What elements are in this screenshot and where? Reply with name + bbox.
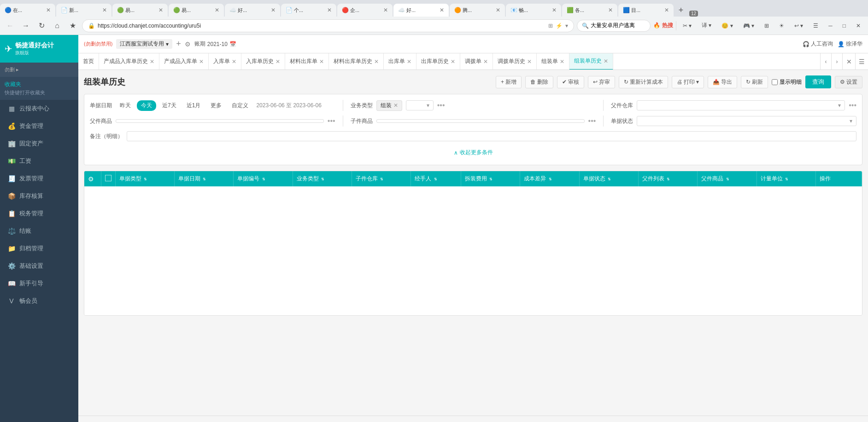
browser-tab-11[interactable]: 🟩 各... ✕ xyxy=(562,4,617,17)
sort-date-icon[interactable]: ⇅ xyxy=(203,177,206,181)
page-tab-produce-in-history[interactable]: 产成品入库单历史 ✕ xyxy=(99,53,159,70)
home-button[interactable]: ⌂ xyxy=(51,19,64,32)
company-selector[interactable]: 江西服宝测试专用 ▾ xyxy=(116,39,172,49)
browser-tab-3[interactable]: 🟢 易... ✕ xyxy=(112,4,168,17)
sort-order-status-icon[interactable]: ⇅ xyxy=(608,177,611,181)
sidebar-item-asset[interactable]: 🏢 固定资产 xyxy=(0,135,78,152)
browser-tab-8[interactable]: ☁️ 好... ✕ xyxy=(393,4,449,17)
tab-close-6[interactable]: ✕ xyxy=(327,7,332,13)
sidebar-item-settle[interactable]: ⚖️ 结账 xyxy=(0,222,78,240)
note-input[interactable] xyxy=(127,131,856,141)
date-btn-more[interactable]: 更多 xyxy=(206,100,226,111)
forward-button[interactable]: → xyxy=(19,19,32,32)
tab-scroll-right[interactable]: › xyxy=(831,53,842,70)
cut-button[interactable]: ✂ ▾ xyxy=(679,22,695,30)
page-tab-kit-order[interactable]: 组装单 ✕ xyxy=(537,53,569,70)
th-type[interactable]: 单据类型 ⇅ xyxy=(115,171,174,186)
tab-scroll-left[interactable]: ‹ xyxy=(820,53,831,70)
parent-warehouse-select[interactable]: ▾ xyxy=(637,100,845,110)
browser-tab-4[interactable]: 🟢 易... ✕ xyxy=(169,4,224,17)
th-cost-diff[interactable]: 成本差异 ⇅ xyxy=(520,171,579,186)
sort-number-icon[interactable]: ⇅ xyxy=(262,177,265,181)
order-status-select[interactable]: ▾ xyxy=(637,116,856,126)
refresh-button[interactable]: ↻ 刷新 xyxy=(741,76,768,88)
sort-parent-goods-icon[interactable]: ⇅ xyxy=(726,177,729,181)
tab-close-12[interactable]: ✕ xyxy=(664,7,669,13)
add-company-button[interactable]: + xyxy=(176,39,181,49)
tab-close-10[interactable]: ✕ xyxy=(552,7,557,13)
back-button[interactable]: ← xyxy=(4,19,17,32)
sidebar-item-salary[interactable]: 💵 工资 xyxy=(0,152,78,170)
service-button[interactable]: 🎧 人工咨询 xyxy=(803,40,833,48)
add-button[interactable]: + 新增 xyxy=(496,76,522,88)
tab-close-5[interactable]: ✕ xyxy=(271,7,276,13)
browser-tab-1[interactable]: 🔵 在... ✕ xyxy=(0,4,55,17)
page-tab-assemble[interactable]: 调拨单 ✕ xyxy=(460,53,493,70)
page-tab-produce-in-close[interactable]: ✕ xyxy=(199,58,204,65)
parent-warehouse-more-icon[interactable]: ••• xyxy=(849,101,856,110)
period-selector[interactable]: 账期 2021-10 📅 xyxy=(194,40,236,48)
th-order-status[interactable]: 单据状态 ⇅ xyxy=(579,171,638,186)
date-btn-1month[interactable]: 近1月 xyxy=(182,100,205,111)
page-tab-out-order-close[interactable]: ✕ xyxy=(407,58,411,65)
page-tab-assemble-close[interactable]: ✕ xyxy=(483,58,488,65)
browser-tab-9[interactable]: 🟠 腾... ✕ xyxy=(450,4,505,17)
tab-close-2[interactable]: ✕ xyxy=(102,7,107,13)
new-tab-button[interactable]: + xyxy=(674,4,687,17)
date-btn-yesterday[interactable]: 昨天 xyxy=(116,100,135,111)
sidebar-item-tax[interactable]: 📋 税务管理 xyxy=(0,205,78,222)
parent-goods-more-icon[interactable]: ••• xyxy=(328,117,335,125)
page-tab-in-order-close[interactable]: ✕ xyxy=(232,58,236,65)
th-settings[interactable]: ⚙ xyxy=(84,171,101,186)
biz-type-more-icon[interactable]: ••• xyxy=(437,101,445,110)
date-btn-7days[interactable]: 近7天 xyxy=(158,100,181,111)
tab-close-7[interactable]: ✕ xyxy=(383,7,388,13)
th-number[interactable]: 单据编号 ⇅ xyxy=(234,171,293,186)
page-tab-material-out-history-close[interactable]: ✕ xyxy=(374,58,379,65)
tab-close-8[interactable]: ✕ xyxy=(440,7,444,13)
tab-close-4[interactable]: ✕ xyxy=(215,7,219,13)
sidebar-item-archive[interactable]: 📁 归档管理 xyxy=(0,240,78,257)
th-unit[interactable]: 计量单位 ⇅ xyxy=(757,171,815,186)
sidebar-item-fund[interactable]: 💰 资金管理 xyxy=(0,117,78,135)
page-tab-produce-in[interactable]: 产成品入库单 ✕ xyxy=(159,53,209,70)
page-tab-kit-history[interactable]: 组装单历史 ✕ xyxy=(569,53,613,70)
sidebar-item-inventory[interactable]: 📦 库存核算 xyxy=(0,187,78,205)
page-tab-material-out-close[interactable]: ✕ xyxy=(319,58,324,65)
date-btn-today[interactable]: 今天 xyxy=(137,100,156,111)
game-button[interactable]: 🎮 ▾ xyxy=(739,22,758,30)
sort-parent-list-icon[interactable]: ⇅ xyxy=(667,177,670,181)
close-button[interactable]: ✕ xyxy=(852,22,864,30)
page-tab-material-out[interactable]: 材料出库单 ✕ xyxy=(285,53,329,70)
browser-tab-7[interactable]: 🔴 企... ✕ xyxy=(337,4,393,17)
sidebar-item-settings[interactable]: ⚙️ 基础设置 xyxy=(0,257,78,275)
abandon-button[interactable]: ↩ 弃审 xyxy=(588,76,615,88)
bookmark-button[interactable]: ★ xyxy=(66,19,79,32)
date-btn-custom[interactable]: 自定义 xyxy=(228,100,252,111)
child-goods-more-icon[interactable]: ••• xyxy=(588,117,596,125)
child-goods-select[interactable] xyxy=(376,119,585,123)
user-info[interactable]: 👤 徐泽华 xyxy=(838,40,862,48)
page-tab-kit-order-close[interactable]: ✕ xyxy=(560,58,564,65)
sort-disassemble-cost-icon[interactable]: ⇅ xyxy=(489,177,493,181)
recalculate-button[interactable]: ↻ 重新计算成本 xyxy=(619,76,668,88)
minimize-button[interactable]: ─ xyxy=(825,22,836,30)
th-handler[interactable]: 经手人 ⇅ xyxy=(411,171,461,186)
sort-cost-diff-icon[interactable]: ⇅ xyxy=(549,177,552,181)
tab-close-all[interactable]: ✕ xyxy=(842,53,855,70)
th-parent-goods[interactable]: 父件商品 ⇅ xyxy=(698,171,757,186)
browser-tab-6[interactable]: 📄 个... ✕ xyxy=(281,4,336,17)
page-tab-produce-in-history-close[interactable]: ✕ xyxy=(150,58,154,65)
sidebar-item-guide[interactable]: 📖 新手引导 xyxy=(0,275,78,292)
emoji-button[interactable]: 😊 ▾ xyxy=(718,22,736,30)
sidebar-company[interactable]: 勿删 ▸ xyxy=(0,63,78,77)
sort-biz-type-icon[interactable]: ⇅ xyxy=(321,177,324,181)
tab-more-actions[interactable]: ☰ xyxy=(855,53,868,70)
tab-close-1[interactable]: ✕ xyxy=(46,7,51,13)
sidebar-item-member[interactable]: V 畅会员 xyxy=(0,292,78,310)
maximize-button[interactable]: □ xyxy=(839,22,850,30)
page-tab-material-out-history[interactable]: 材料出库单历史 ✕ xyxy=(329,53,384,70)
th-parent-list[interactable]: 父件列表 ⇅ xyxy=(639,171,698,186)
page-tab-kit-history-close[interactable]: ✕ xyxy=(604,58,608,64)
parent-goods-select[interactable] xyxy=(116,119,324,123)
